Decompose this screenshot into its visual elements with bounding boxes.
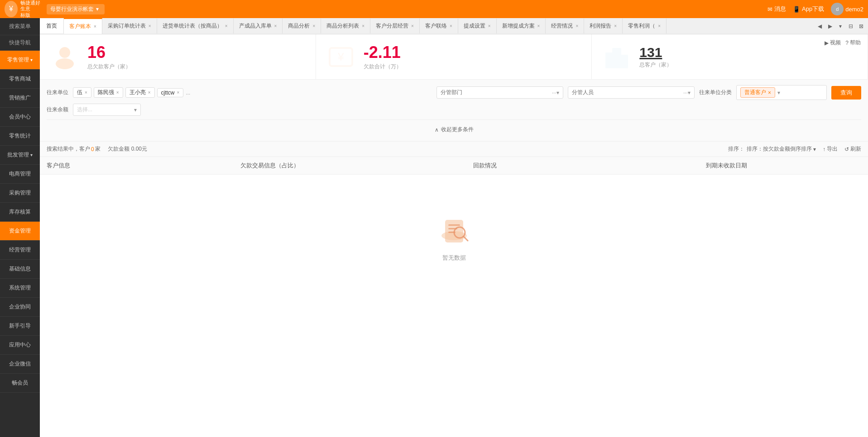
person-selector[interactable]: 分管人员 ··· ▾: [568, 86, 695, 99]
remain-selector[interactable]: 选择... ▾: [73, 104, 141, 116]
svg-point-0: [59, 47, 70, 58]
filter-tag-wu[interactable]: 伍 ×: [73, 87, 91, 98]
filter-row-2: 往来余额 选择... ▾: [47, 104, 861, 116]
tabs-menu-btn[interactable]: ▾: [836, 22, 845, 31]
sidebar-item-enterprise-collab[interactable]: 企业协同: [0, 298, 40, 317]
refresh-btn[interactable]: ↺ 刷新: [844, 145, 861, 153]
sidebar-item-member[interactable]: 会员中心: [0, 108, 40, 127]
sidebar-item-app-center[interactable]: 应用中心: [0, 336, 40, 355]
tab-close-purchase-stats[interactable]: ×: [225, 24, 228, 28]
unit-type-tag[interactable]: 普通客户 ×: [740, 87, 775, 98]
top-bar-right: ✉ 消息 📱 App下载 d demo2: [767, 3, 863, 15]
filter-tag-wang[interactable]: 王小亮 ×: [125, 87, 155, 98]
chevron-down-icon: ▾: [96, 6, 99, 12]
remove-tag-cjttcw[interactable]: ×: [177, 90, 180, 95]
remove-tag-wang[interactable]: ×: [148, 90, 151, 95]
sidebar-item-retail[interactable]: 零售管理 ▾: [0, 51, 40, 70]
tab-close-customer-tiered[interactable]: ×: [411, 24, 414, 28]
tab-close-product-analysis-list[interactable]: ×: [362, 24, 364, 28]
sidebar-item-basic-info[interactable]: 基础信息: [0, 260, 40, 279]
sort-btn[interactable]: 排序：按欠款金额倒序排序 ▾: [747, 145, 816, 153]
dept-chevron-icon: ▾: [556, 90, 559, 96]
tab-product-analysis-list[interactable]: 商品分析列表 ×: [321, 19, 370, 33]
tab-raise-settings[interactable]: 提成设置 ×: [458, 19, 497, 33]
tabs-prev-btn[interactable]: ◀: [815, 22, 824, 31]
unit-filter-tags: 伍 × 陈民强 × 王小亮 ×: [73, 87, 432, 98]
sidebar-item-operations[interactable]: 经营管理: [0, 241, 40, 260]
sidebar-item-retail-mall[interactable]: 零售商城: [0, 70, 40, 89]
app-download-btn[interactable]: 📱 App下载: [793, 5, 824, 13]
filter-tag-cjttcw[interactable]: cjttcw ×: [157, 88, 184, 97]
video-btn[interactable]: ▶ 视频: [825, 39, 841, 47]
tab-customer-tiered[interactable]: 客户分层经营 ×: [370, 19, 420, 33]
sidebar-item-inventory[interactable]: 库存核算: [0, 203, 40, 222]
tab-product-entry[interactable]: 产成品入库单 ×: [234, 19, 283, 33]
stat-customers-content: 16 总欠款客户（家）: [87, 43, 131, 71]
account-selector[interactable]: 母婴行业演示帐套 ▾: [47, 4, 105, 14]
sidebar-item-finance[interactable]: 资金管理: [0, 222, 40, 241]
sidebar-item-retail-stats[interactable]: 零售统计: [0, 127, 40, 146]
empty-icon: [436, 211, 472, 247]
message-btn[interactable]: ✉ 消息: [767, 5, 786, 13]
tab-close-profit-report[interactable]: ×: [614, 24, 617, 28]
app-download-label: App下载: [802, 5, 824, 13]
tab-customer-accounts[interactable]: 客户账本 ×: [64, 18, 102, 34]
dept-selector[interactable]: 分管部门 ··· ▾: [436, 86, 563, 99]
message-label: 消息: [774, 5, 786, 13]
tab-new-raise-plan[interactable]: 新增提成方案 ×: [497, 19, 546, 33]
tabs-minimize-btn[interactable]: ⊟: [846, 22, 855, 31]
user-menu[interactable]: d demo2: [831, 3, 863, 15]
query-button[interactable]: 查询: [831, 86, 861, 100]
remove-unit-type-tag[interactable]: ×: [768, 90, 771, 96]
sidebar-item-marketing[interactable]: 营销推广: [0, 89, 40, 108]
tab-close-raise-settings[interactable]: ×: [488, 24, 491, 28]
sidebar-item-new-user[interactable]: 新手引导: [0, 317, 40, 336]
tab-customer-contact[interactable]: 客户联络 ×: [420, 19, 458, 33]
tab-close-product-analysis[interactable]: ×: [312, 24, 315, 28]
tabs-maximize-btn[interactable]: ⊠: [857, 22, 866, 31]
collapse-row: ∧ 收起更多条件: [47, 119, 861, 136]
sidebar-quick-nav[interactable]: 快捷导航: [0, 35, 40, 51]
message-icon: ✉: [767, 6, 772, 13]
unit-type-chevron-icon: ▾: [777, 90, 780, 96]
dept-selector-dots[interactable]: ···: [552, 90, 556, 96]
unit-type-selector[interactable]: 普通客户 × ▾: [736, 85, 827, 100]
tab-business-situation[interactable]: 经营情况 ×: [546, 19, 584, 33]
help-btn[interactable]: ? 帮助: [845, 39, 861, 47]
sidebar-item-purchase[interactable]: 采购管理: [0, 184, 40, 203]
content-area: 首页 客户账本 × 采购订单统计表 × 进货单统计表（按商品） × 产成品入库单…: [40, 18, 868, 437]
logo-icon: ¥: [5, 1, 18, 17]
filter-more-tags[interactable]: ...: [186, 90, 190, 96]
tab-close-purchase-orders[interactable]: ×: [149, 24, 151, 28]
col-due-date: 到期未收款日期: [706, 162, 861, 170]
remove-tag-chen[interactable]: ×: [116, 90, 119, 95]
collapse-button[interactable]: ∧ 收起更多条件: [47, 124, 861, 136]
tab-profit-report[interactable]: 利润报告 ×: [584, 19, 623, 33]
filter-tag-chen[interactable]: 陈民强 ×: [94, 87, 123, 98]
tab-close-customer-accounts[interactable]: ×: [94, 24, 96, 29]
tab-close-retail-profit[interactable]: ×: [658, 24, 661, 28]
svg-rect-6: [619, 55, 628, 68]
sidebar-search[interactable]: 搜索菜单: [0, 18, 40, 35]
tab-retail-profit[interactable]: 零售利润（ ×: [623, 19, 667, 33]
tabs-next-btn[interactable]: ▶: [825, 22, 834, 31]
sidebar-item-system[interactable]: 系统管理: [0, 279, 40, 298]
sidebar-item-wholesale[interactable]: 批发管理 ▾: [0, 146, 40, 165]
tab-purchase-stats[interactable]: 进货单统计表（按商品） ×: [157, 19, 234, 33]
sidebar-item-ecommerce[interactable]: 电商管理: [0, 165, 40, 184]
tab-product-analysis[interactable]: 商品分析 ×: [283, 19, 321, 33]
export-btn[interactable]: ↑ 导出: [823, 145, 838, 153]
chevron-right-icon: ▾: [30, 152, 33, 157]
tab-home[interactable]: 首页: [40, 19, 64, 33]
play-icon: ▶: [825, 40, 829, 46]
sidebar-item-wechat[interactable]: 企业微信: [0, 355, 40, 374]
tab-close-new-raise-plan[interactable]: ×: [537, 24, 540, 28]
tab-close-business-situation[interactable]: ×: [575, 24, 578, 28]
tab-purchase-orders[interactable]: 采购订单统计表 ×: [102, 19, 157, 33]
sidebar-item-vip-member[interactable]: 畅会员: [0, 374, 40, 393]
remove-tag-wu[interactable]: ×: [85, 90, 87, 95]
tab-close-customer-contact[interactable]: ×: [450, 24, 452, 28]
person-selector-dots[interactable]: ···: [683, 90, 688, 96]
tab-close-product-entry[interactable]: ×: [274, 24, 277, 28]
sort-chevron-icon: ▾: [813, 146, 816, 152]
